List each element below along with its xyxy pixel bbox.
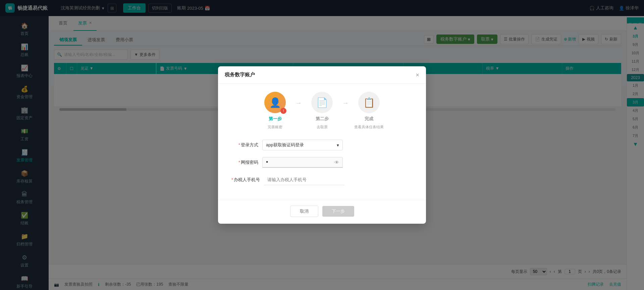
tax-digital-modal: 税务数字账户 × 👤 ! 第一步 完善账密 → (218, 66, 426, 224)
step-2-label: 第二步 (316, 116, 329, 122)
login-method-value: app获取验证码登录 (266, 142, 304, 148)
modal-header: 税务数字账户 × (218, 66, 426, 84)
step-arrow-2: → (342, 99, 349, 107)
step-1: 👤 ! 第一步 完善账密 (255, 92, 295, 130)
login-method-label: 登录方式 (231, 142, 258, 148)
step-1-desc: 完善账密 (268, 125, 282, 130)
step-3: 📋 完成 查看具体任务结果 (349, 92, 389, 130)
phone-label: 办税人手机号 (231, 177, 260, 183)
modal-title: 税务数字账户 (225, 72, 255, 78)
step-2-icon: 📄 (311, 92, 333, 113)
step-1-badge: ! (280, 108, 286, 114)
phone-row: 办税人手机号 (231, 174, 413, 185)
modal-footer: 取消 下一步 (218, 200, 426, 224)
select-dropdown-icon: ▾ (337, 143, 339, 148)
step-1-icon: 👤 ! (264, 92, 286, 113)
password-input[interactable]: • 👁 (262, 157, 343, 168)
password-label: 网报密码 (231, 159, 258, 165)
step-3-desc: 查看具体任务结果 (354, 125, 384, 130)
modal-close-button[interactable]: × (416, 72, 419, 78)
step-2: 📄 第二步 去取票 (302, 92, 342, 130)
password-row: 网报密码 • 👁 (231, 157, 413, 168)
password-dots: • (266, 159, 269, 166)
steps-row: 👤 ! 第一步 完善账密 → 📄 第二步 去取票 → (231, 92, 413, 130)
eye-toggle-icon[interactable]: 👁 (334, 160, 339, 165)
login-method-select[interactable]: app获取验证码登录 ▾ (262, 140, 343, 150)
next-button[interactable]: 下一步 (322, 206, 354, 217)
step-2-desc: 去取票 (317, 125, 328, 130)
step-1-label: 第一步 (269, 116, 282, 122)
modal-body: 👤 ! 第一步 完善账密 → 📄 第二步 去取票 → (218, 84, 426, 200)
step-3-icon: 📋 (358, 92, 380, 113)
step-arrow-1: → (295, 99, 302, 107)
step-3-label: 完成 (365, 116, 373, 122)
modal-overlay[interactable]: 税务数字账户 × 👤 ! 第一步 完善账密 → (0, 0, 644, 290)
login-method-row: 登录方式 app获取验证码登录 ▾ (231, 140, 413, 150)
cancel-button[interactable]: 取消 (290, 206, 318, 217)
phone-input[interactable] (264, 174, 344, 185)
